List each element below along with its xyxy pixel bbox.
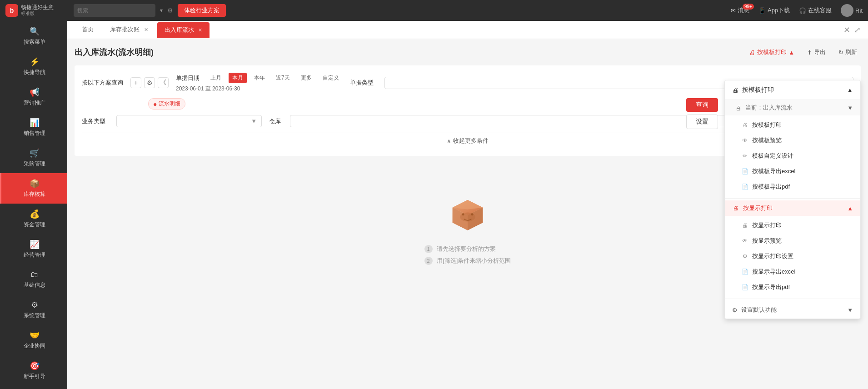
dropdown-footer-label: 设置默认功能 bbox=[741, 306, 777, 314]
export-btn[interactable]: ⬆ 导出 bbox=[803, 46, 829, 58]
industry-btn[interactable]: 体验行业方案 bbox=[178, 4, 226, 17]
dropdown-header-icon: 🖨 bbox=[732, 86, 738, 94]
sidebar-item-guide[interactable]: 🎯 新手引导 bbox=[0, 355, 67, 386]
app-download-icon: 📱 bbox=[758, 7, 766, 14]
sidebar-item-coop[interactable]: 🤝 企业协同 bbox=[0, 325, 67, 355]
date-opt-7days[interactable]: 近7天 bbox=[272, 73, 294, 83]
sidebar-item-sales[interactable]: 📊 销售管理 bbox=[0, 112, 67, 143]
search-menu-icon: 🔍 bbox=[30, 26, 40, 36]
filter-search-label: 按以下方案查询 bbox=[82, 79, 123, 87]
sidebar-item-purchase[interactable]: 🛒 采购管理 bbox=[0, 143, 67, 173]
filter-add-btn[interactable]: + bbox=[130, 77, 141, 88]
template-print-btn[interactable]: 🖨 按模板打印 ▲ bbox=[746, 46, 798, 58]
display-print-icon: 🖨 bbox=[741, 222, 748, 229]
finance-icon: 💰 bbox=[30, 209, 40, 219]
dropdown-item-display-print[interactable]: 🖨 按显示打印 bbox=[725, 218, 860, 233]
dropdown-sub-header-current[interactable]: 🖨 当前：出入库流水 ▼ bbox=[725, 100, 860, 115]
dropdown-item-template-pdf[interactable]: 📄 按模板导出pdf bbox=[725, 179, 860, 194]
date-opt-custom[interactable]: 自定义 bbox=[319, 73, 343, 83]
dropdown-display-section-header[interactable]: 🖨 按显示打印 ▲ bbox=[725, 200, 860, 216]
sidebar-item-finance[interactable]: 💰 资金管理 bbox=[0, 204, 67, 234]
query-btn[interactable]: 查询 bbox=[686, 98, 718, 112]
dropdown-display-section: 🖨 按显示打印 👁 按显示预览 ⚙ 按显示打印设置 📄 按显示导出excel bbox=[725, 216, 860, 297]
sidebar-item-marketing[interactable]: 📢 营销推广 bbox=[0, 82, 67, 112]
sidebar-item-appcenter[interactable]: 🔲 应用中心 bbox=[0, 386, 67, 389]
sidebar-item-shortcut[interactable]: ⚡ 快捷导航 bbox=[0, 51, 67, 82]
empty-tips: 1 请先选择要分析的方案 2 用[筛选]条件来缩小分析范围 bbox=[424, 243, 511, 267]
template-preview-icon: 👁 bbox=[741, 137, 748, 144]
tab-close-inventory-batch[interactable]: ✕ bbox=[144, 27, 148, 32]
online-service-btn[interactable]: 🎧 在线客服 bbox=[799, 6, 832, 15]
dropdown-header-arrow: ▲ bbox=[847, 86, 853, 94]
sidebar-label-inventory: 库存核算 bbox=[24, 190, 45, 198]
topbar-right: ✉ 消息 99+ 📱 App下载 🎧 在线客服 Rit bbox=[731, 4, 863, 17]
dropdown-item-template-print[interactable]: 🖨 按模板打印 bbox=[725, 117, 860, 133]
date-label: 单据日期 bbox=[176, 74, 203, 82]
dropdown-current-label: 当前：出入库流水 bbox=[745, 104, 793, 112]
dropdown-panel: 🖨 按模板打印 ▲ 🖨 当前：出入库流水 ▼ bbox=[724, 80, 861, 319]
dropdown-footer[interactable]: ⚙ 设置默认功能 ▼ bbox=[725, 301, 860, 319]
settings-btn[interactable]: 设置 bbox=[686, 115, 718, 129]
dropdown-item-display-pdf[interactable]: 📄 按显示导出pdf bbox=[725, 279, 860, 295]
display-pdf-icon: 📄 bbox=[741, 284, 748, 291]
display-preview-icon: 👁 bbox=[741, 237, 748, 244]
guide-icon: 🎯 bbox=[30, 361, 40, 371]
filter-collapse-btn[interactable]: 《 bbox=[158, 77, 169, 88]
topbar-gear-icon[interactable]: ⚙ bbox=[167, 7, 173, 14]
dropdown-item-template-design[interactable]: ✏ 模板自定义设计 bbox=[725, 148, 860, 164]
date-opt-this-year[interactable]: 本年 bbox=[250, 73, 269, 83]
date-opt-this-month[interactable]: 本月 bbox=[229, 73, 247, 83]
sidebar: 🔍 搜索菜单 ⚡ 快捷导航 📢 营销推广 📊 销售管理 🛒 采购管理 📦 库存核… bbox=[0, 21, 67, 389]
search-input[interactable] bbox=[74, 4, 155, 17]
sidebar-label-marketing: 营销推广 bbox=[24, 99, 45, 107]
app-download-btn[interactable]: 📱 App下载 bbox=[758, 6, 790, 15]
user-name: Rit bbox=[855, 7, 863, 14]
filter-settings-btn[interactable]: ⚙ bbox=[144, 77, 155, 88]
message-btn[interactable]: ✉ 消息 99+ bbox=[731, 6, 749, 15]
dropdown-item-display-excel[interactable]: 📄 按显示导出excel bbox=[725, 264, 860, 279]
svg-point-6 bbox=[462, 213, 464, 215]
sidebar-item-search[interactable]: 🔍 搜索菜单 bbox=[0, 21, 67, 51]
dropdown-header[interactable]: 🖨 按模板打印 ▲ bbox=[725, 80, 860, 100]
filter-tag-flow[interactable]: ● 流水明细 bbox=[148, 98, 185, 110]
dropdown-item-display-settings[interactable]: ⚙ 按显示打印设置 bbox=[725, 249, 860, 264]
business-type-select[interactable]: ▼ bbox=[116, 115, 262, 127]
window-close-btn[interactable]: ✕ bbox=[843, 25, 850, 35]
refresh-icon: ↻ bbox=[838, 49, 843, 56]
dropdown-footer-arrow: ▼ bbox=[847, 307, 853, 314]
dropdown-item-template-excel[interactable]: 📄 按模板导出excel bbox=[725, 164, 860, 179]
tab-home[interactable]: 首页 bbox=[75, 22, 101, 38]
page-actions: 🖨 按模板打印 ▲ ⬆ 导出 ↻ 刷新 bbox=[746, 46, 861, 58]
logo-area: b 畅捷通好生意 标准版 bbox=[5, 4, 69, 17]
tab-close-in-out-flow[interactable]: ✕ bbox=[198, 27, 202, 33]
page-header: 出入库流水(流水明细) 🖨 按模板打印 ▲ ⬆ 导出 ↻ 刷新 bbox=[75, 46, 861, 58]
date-opt-last-month[interactable]: 上月 bbox=[207, 73, 225, 83]
sidebar-label-system: 系统管理 bbox=[24, 312, 45, 319]
filter-tag-label: 流水明细 bbox=[159, 100, 180, 108]
window-expand-btn[interactable]: ⤢ bbox=[854, 25, 861, 35]
sidebar-item-system[interactable]: ⚙ 系统管理 bbox=[0, 294, 67, 325]
sidebar-label-guide: 新手引导 bbox=[24, 373, 45, 380]
sidebar-item-inventory[interactable]: 📦 库存核算 bbox=[0, 173, 67, 204]
voucher-type-label: 单据类型 bbox=[350, 79, 377, 87]
dropdown-item-template-preview[interactable]: 👁 按模板预览 bbox=[725, 133, 860, 148]
system-icon: ⚙ bbox=[31, 300, 38, 310]
refresh-btn[interactable]: ↻ 刷新 bbox=[835, 46, 861, 58]
sidebar-item-basic[interactable]: 🗂 基础信息 bbox=[0, 264, 67, 294]
tab-inventory-batch[interactable]: 库存批次账 ✕ bbox=[103, 22, 155, 38]
sidebar-label-shortcut: 快捷导航 bbox=[24, 69, 45, 76]
sidebar-item-operations[interactable]: 📈 经营管理 bbox=[0, 234, 67, 264]
tab-in-out-flow[interactable]: 出入库流水 ✕ bbox=[157, 22, 210, 38]
operations-icon: 📈 bbox=[30, 239, 40, 249]
date-opt-more[interactable]: 更多 bbox=[297, 73, 315, 83]
app-name: 畅捷通好生意 bbox=[21, 4, 54, 10]
dropdown-item-display-preview[interactable]: 👁 按显示预览 bbox=[725, 233, 860, 249]
page-content: 出入库流水(流水明细) 🖨 按模板打印 ▲ ⬆ 导出 ↻ 刷新 bbox=[67, 39, 868, 389]
coop-icon: 🤝 bbox=[30, 330, 40, 340]
search-dropdown-arrow[interactable]: ▾ bbox=[160, 7, 163, 14]
dropdown-sub-arrow: ▼ bbox=[847, 105, 853, 111]
user-avatar[interactable]: Rit bbox=[841, 4, 863, 17]
dropdown-display-arrow: ▲ bbox=[847, 205, 853, 212]
sidebar-label-search: 搜索菜单 bbox=[24, 38, 45, 46]
online-service-icon: 🎧 bbox=[799, 7, 806, 14]
